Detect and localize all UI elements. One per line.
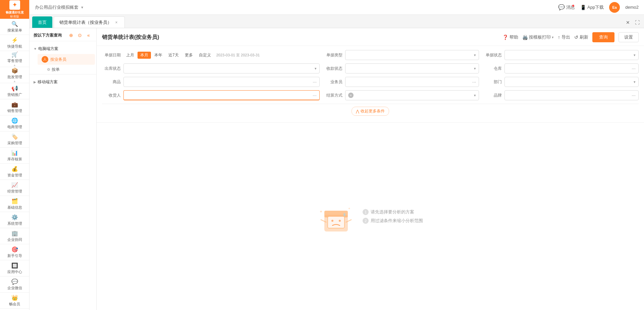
date-btn-more[interactable]: 更多 — [182, 52, 196, 59]
sidebar-item-quick-nav[interactable]: ⚡ 快捷导航 — [0, 35, 30, 51]
tree-desktop-label[interactable]: ▼ 电脑端方案 — [30, 44, 96, 54]
corp-wechat-label: 企业微信 — [7, 286, 22, 291]
doc-status-dropdown[interactable]: ▾ — [504, 50, 639, 60]
tree-mobile-label[interactable]: ▶ 移动端方案 — [30, 77, 96, 87]
doc-type-chevron: ▾ — [474, 53, 476, 57]
salesperson-more-icon[interactable]: ··· — [472, 79, 476, 85]
product-more-icon[interactable]: ··· — [313, 79, 317, 85]
sidebar-item-retail[interactable]: 🛒 零售管理 ▲ — [0, 51, 30, 67]
collapse-btn[interactable]: ⋀ 收起更多条件 — [352, 107, 389, 116]
settlement-chevron: ▾ — [474, 93, 476, 98]
tree-sub-icon-order: ⚙ — [47, 67, 50, 72]
svg-text:✦: ✦ — [319, 209, 323, 214]
main-area: 办公用品行业模拟账套 ▾ 💬 消息 📱 App下载 Ea demo2 首页 销货… — [30, 0, 644, 310]
svg-rect-2 — [328, 216, 344, 228]
sidebar-item-wholesale[interactable]: 📦 批发管理 ▲ — [0, 67, 30, 83]
settlement-label: 结算方式 — [324, 93, 342, 98]
print-chevron-icon: ▾ — [552, 35, 554, 40]
sidebar-item-search-menu[interactable]: 🔍 搜索菜单 — [0, 19, 30, 35]
tab-home[interactable]: 首页 — [32, 16, 52, 28]
collapse-icon: « — [87, 33, 90, 38]
tab-close-btn[interactable]: × — [114, 20, 119, 25]
settings-scheme-btn[interactable]: ⊙ — [76, 32, 84, 39]
sidebar-item-finance[interactable]: 💰 资金管理 — [0, 164, 30, 180]
tab-home-label: 首页 — [38, 19, 47, 25]
salesperson-input[interactable]: ··· — [345, 77, 479, 87]
delivery-dropdown[interactable]: ▾ — [123, 63, 320, 73]
date-btn-custom[interactable]: 自定义 — [196, 52, 214, 59]
tree-sub-item-by-order[interactable]: ⚙ 按单 — [36, 65, 96, 74]
basic-label: 基础信息 — [7, 205, 22, 210]
tree-mobile-section: ▶ 移动端方案 — [30, 74, 96, 90]
department-dropdown[interactable]: ▾ — [504, 77, 639, 87]
tab-close-all-btn[interactable]: ✕ — [624, 18, 632, 27]
warehouse-input[interactable]: ··· — [504, 63, 639, 73]
template-print-btn[interactable]: 🖨️ 按模板打印 ▾ — [522, 34, 554, 40]
sidebar-item-basic[interactable]: 🗂️ 基础信息 — [0, 196, 30, 212]
warehouse-more-icon[interactable]: ··· — [632, 66, 636, 71]
date-btn-last-month[interactable]: 上月 — [123, 52, 137, 59]
sidebar-item-marketing[interactable]: 📢 营销推广 — [0, 83, 30, 99]
brand-more-icon[interactable]: ··· — [632, 93, 636, 98]
tab-fullscreen-btn[interactable]: ⛶ — [633, 18, 641, 27]
apps-icon: 🔲 — [11, 262, 18, 269]
doc-type-label: 单据类型 — [324, 52, 342, 58]
collapse-icon: ⋀ — [356, 109, 359, 114]
settlement-clear-btn[interactable]: × — [348, 93, 354, 98]
product-input[interactable]: ··· — [123, 77, 320, 87]
sidebar-item-operation[interactable]: 📈 经营管理 — [0, 180, 30, 196]
main-content-inner: 销货单统计表(按业务员) ❓ 帮助 🖨️ 按模板打印 ▾ ↑ — [97, 28, 644, 310]
sidebar-item-apps[interactable]: 🔲 应用中心 — [0, 260, 30, 276]
tree-desktop-parent: ▼ 电脑端方案 人 按业务员 ⚙ 按单 — [30, 44, 96, 74]
sidebar: ✦ 畅捷通好生意标准版 🔍 搜索菜单 ⚡ 快捷导航 🛒 零售管理 ▲ 📦 批发管… — [0, 0, 30, 310]
app-download-btn[interactable]: 📱 App下载 — [580, 4, 604, 10]
settings-btn[interactable]: 设置 — [619, 32, 639, 42]
brand-input[interactable]: ··· — [504, 90, 639, 100]
sidebar-item-inventory[interactable]: 📊 库存核算 — [0, 148, 30, 164]
operation-icon: 📈 — [11, 182, 18, 188]
tree-item-by-salesperson[interactable]: 人 按业务员 — [38, 54, 95, 65]
breadcrumb-dropdown-icon[interactable]: ▾ — [81, 5, 83, 10]
tree-desktop-text: 电脑端方案 — [38, 46, 58, 52]
purchase-icon: 🏷️ — [11, 134, 18, 140]
user-avatar[interactable]: Ea — [609, 2, 620, 13]
date-btn-this-month[interactable]: 本月 — [138, 52, 151, 59]
tab-sales-stats[interactable]: 销货单统计表（按业务员） × — [54, 16, 125, 28]
filter-delivery-col: 出库状态 ▾ — [102, 63, 320, 73]
export-btn[interactable]: ↑ 导出 — [558, 34, 570, 40]
sidebar-item-purchase[interactable]: 🏷️ 采购管理 — [0, 132, 30, 148]
sidebar-item-ecommerce[interactable]: 🌐 电商管理 — [0, 115, 30, 132]
doc-status-chevron: ▾ — [634, 53, 636, 57]
sidebar-item-newuser[interactable]: 🎯 新手引导 — [0, 244, 30, 260]
sidebar-item-corp-wechat[interactable]: 💬 企业微信 — [0, 276, 30, 293]
tab-bar: 首页 销货单统计表（按业务员） × ✕ ⛶ — [30, 15, 644, 28]
help-label: 帮助 — [509, 34, 518, 40]
refresh-btn[interactable]: ↺ 刷新 — [574, 34, 588, 40]
sidebar-item-sales[interactable]: 💼 销售管理 — [0, 99, 30, 115]
user-name[interactable]: demo2 — [625, 5, 639, 10]
add-scheme-btn[interactable]: ⊕ — [67, 32, 75, 39]
consignee-more-icon[interactable]: ··· — [313, 93, 317, 98]
date-btn-7days[interactable]: 近7天 — [166, 52, 181, 59]
sidebar-item-enterprise[interactable]: 🏢 企业协同 — [0, 228, 30, 244]
ecommerce-label: 电商管理 — [7, 124, 22, 130]
collapse-panel-btn[interactable]: « — [85, 32, 92, 39]
consignee-input[interactable]: ··· — [123, 90, 320, 100]
help-btn[interactable]: ❓ 帮助 — [502, 34, 518, 40]
query-btn[interactable]: 查询 — [592, 32, 614, 42]
search-menu-icon: 🔍 — [11, 21, 18, 27]
left-panel-actions: ⊕ ⊙ « — [67, 32, 92, 39]
message-btn[interactable]: 💬 消息 — [558, 4, 575, 10]
date-btn-this-year[interactable]: 本年 — [152, 52, 165, 59]
filter-docstatus-col: 单据状态 ▾ — [483, 50, 639, 60]
filter-doctype-col: 单据类型 ▾ — [324, 50, 479, 60]
ecommerce-icon: 🌐 — [11, 117, 18, 124]
operation-label: 经营管理 — [7, 189, 22, 194]
settlement-dropdown[interactable]: × ▾ — [345, 90, 479, 100]
empty-hint-1: 1 请先选择要分析的方案 — [363, 209, 423, 215]
doc-type-dropdown[interactable]: ▾ — [345, 50, 479, 60]
payment-dropdown[interactable]: ▾ — [345, 63, 479, 73]
sidebar-item-member[interactable]: 👑 畅会员 — [0, 293, 30, 309]
sidebar-item-system[interactable]: ⚙️ 系统管理 — [0, 212, 30, 228]
add-icon: ⊕ — [69, 33, 73, 38]
